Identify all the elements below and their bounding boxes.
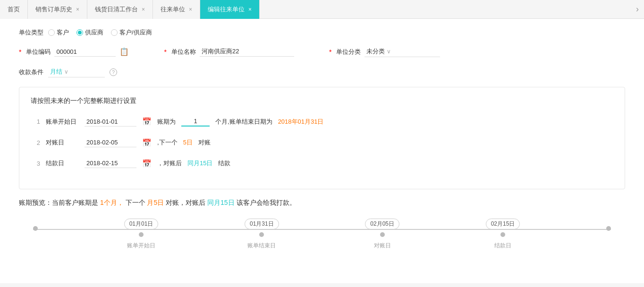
billing-start-date-input[interactable] bbox=[85, 117, 136, 127]
tab-edit-partner-label: 编辑往来单位 bbox=[208, 5, 245, 14]
unit-name-label: 单位名称 bbox=[171, 48, 196, 56]
radio-supplier[interactable]: 供应商 bbox=[76, 28, 103, 37]
tab-partner-units-label: 往来单位 bbox=[161, 5, 185, 14]
billing-end-date: 2018年01月31日 bbox=[278, 118, 324, 126]
tab-partner-units-close[interactable]: × bbox=[189, 6, 192, 13]
row-2-highlight: 5日 bbox=[183, 138, 193, 147]
unit-info-row: * 单位编码 📋 * 单位名称 * 单位分类 未分类 ∨ bbox=[19, 46, 625, 57]
unit-code-group: * 单位编码 📋 bbox=[19, 47, 129, 57]
timeline-node-4-dot bbox=[500, 232, 505, 237]
timeline-right-dot bbox=[606, 226, 611, 231]
period-months-input[interactable] bbox=[181, 117, 210, 127]
radio-both-label: 客户/供应商 bbox=[119, 28, 152, 37]
radio-both-circle bbox=[111, 29, 118, 36]
row-1-label: 账单开始日 bbox=[46, 118, 79, 126]
row-2-prefix: ,下一个 bbox=[157, 138, 178, 147]
row-3-label: 结款日 bbox=[46, 159, 79, 168]
unit-category-group: * 单位分类 未分类 ∨ bbox=[329, 46, 440, 57]
timeline-node-4-label: 结款日 bbox=[494, 242, 511, 250]
unit-category-arrow-icon: ∨ bbox=[387, 48, 391, 55]
unit-name-input[interactable] bbox=[200, 47, 294, 57]
unit-category-value: 未分类 bbox=[366, 47, 385, 56]
timeline-node-3: 02月05日 对账日 bbox=[365, 219, 399, 250]
timeline-node-3-label: 对账日 bbox=[374, 242, 391, 250]
reconciliation-cal-icon[interactable]: 📅 bbox=[142, 138, 152, 147]
unit-code-input[interactable] bbox=[54, 47, 116, 57]
timeline-node-4-badge: 02月15日 bbox=[486, 219, 520, 229]
timeline-node-3-badge: 02月05日 bbox=[365, 219, 399, 229]
payment-terms-help-icon[interactable]: ? bbox=[110, 68, 117, 76]
row-1-period-prefix: 账期为 bbox=[157, 118, 176, 126]
row-3-suffix: 结款 bbox=[218, 159, 230, 168]
row-2-label: 对账日 bbox=[46, 138, 79, 147]
timeline-node-2: 01月31日 账单结束日 bbox=[245, 219, 279, 250]
billing-row-1: 1 账单开始日 📅 账期为 个月,账单结束日期为 2018年01月31日 bbox=[31, 117, 613, 127]
timeline-node-1-dot bbox=[139, 232, 144, 237]
unit-code-required: * bbox=[19, 48, 21, 56]
tab-partner-units[interactable]: 往来单位 × bbox=[153, 0, 200, 19]
unit-code-label: 单位编码 bbox=[26, 48, 51, 56]
unit-category-required: * bbox=[329, 48, 331, 56]
radio-both[interactable]: 客户/供应商 bbox=[111, 28, 152, 37]
main-content: 单位类型 客户 供应商 客户/供应商 * 单位编码 📋 * 单位名称 bbox=[0, 19, 644, 283]
tab-cash-desk[interactable]: 钱货日清工作台 × bbox=[87, 0, 153, 19]
reconciliation-date-input[interactable] bbox=[85, 138, 136, 147]
unit-type-row: 单位类型 客户 供应商 客户/供应商 bbox=[19, 28, 625, 37]
unit-type-label: 单位类型 bbox=[19, 28, 43, 37]
unit-category-dropdown[interactable]: 未分类 ∨ bbox=[364, 46, 440, 57]
row-3-num: 3 bbox=[31, 160, 40, 167]
tab-cash-desk-label: 钱货日清工作台 bbox=[95, 5, 138, 14]
unit-name-required: * bbox=[164, 48, 166, 56]
timeline-node-2-dot bbox=[259, 232, 264, 237]
unit-category-label: 单位分类 bbox=[336, 48, 361, 56]
tab-home-label: 首页 bbox=[8, 5, 20, 14]
tab-edit-partner[interactable]: 编辑往来单位 × bbox=[200, 0, 260, 19]
billing-start-cal-icon[interactable]: 📅 bbox=[142, 117, 152, 126]
radio-customer-label: 客户 bbox=[57, 28, 69, 37]
payment-cal-icon[interactable]: 📅 bbox=[142, 159, 152, 168]
billing-row-2: 2 对账日 📅 ,下一个 5日 对账 bbox=[31, 138, 613, 147]
preview-part2-prefix: 下一个 bbox=[126, 199, 145, 206]
row-3-highlight: 同月15日 bbox=[187, 159, 212, 168]
tab-cash-desk-close[interactable]: × bbox=[142, 6, 145, 13]
section-title: 请按照未来的一个完整帐期进行设置 bbox=[31, 97, 613, 105]
row-2-num: 2 bbox=[31, 139, 40, 146]
billing-section: 请按照未来的一个完整帐期进行设置 1 账单开始日 📅 账期为 个月,账单结束日期… bbox=[19, 87, 625, 189]
payment-terms-dropdown[interactable]: 月结 ∨ bbox=[48, 67, 105, 77]
preview-text: 账期预览：当前客户账期是 1个月， 下一个 月5日 对账，对账后 同月15日 该… bbox=[19, 199, 625, 207]
payment-terms-value: 月结 bbox=[50, 68, 62, 76]
preview-part2-suffix: 对账，对账后 bbox=[166, 199, 205, 206]
preview-part1: 1个月， bbox=[100, 199, 124, 206]
timeline-node-1-label: 账单开始日 bbox=[127, 242, 155, 250]
radio-supplier-circle bbox=[76, 29, 83, 36]
billing-row-3: 3 结款日 📅 ，对账后 同月15日 结款 bbox=[31, 159, 613, 168]
radio-customer[interactable]: 客户 bbox=[48, 28, 69, 37]
tab-sales-history[interactable]: 销售订单历史 × bbox=[28, 0, 87, 19]
payment-terms-label: 收款条件 bbox=[19, 68, 43, 76]
timeline-node-2-badge: 01月31日 bbox=[245, 219, 279, 229]
preview-part2-highlight: 月5日 bbox=[147, 199, 164, 206]
timeline-left-dot bbox=[33, 226, 38, 231]
payment-terms-row: 收款条件 月结 ∨ ? bbox=[19, 67, 625, 77]
tab-bar: 首页 销售订单历史 × 钱货日清工作台 × 往来单位 × 编辑往来单位 × › bbox=[0, 0, 644, 19]
radio-group-unit-type: 客户 供应商 客户/供应商 bbox=[48, 28, 152, 37]
unit-code-copy-icon[interactable]: 📋 bbox=[119, 47, 129, 56]
row-3-prefix: ，对账后 bbox=[157, 159, 182, 168]
preview-prefix: 账期预览：当前客户账期是 bbox=[19, 199, 98, 206]
timeline-wrapper: 01月01日 账单开始日 01月31日 账单结束日 02月05日 对账日 bbox=[19, 219, 625, 254]
tab-edit-partner-close[interactable]: × bbox=[248, 6, 252, 13]
row-2-suffix: 对账 bbox=[198, 138, 211, 147]
timeline-node-1: 01月01日 账单开始日 bbox=[124, 219, 159, 250]
tab-expand-button[interactable]: › bbox=[635, 4, 644, 14]
tab-sales-history-label: 销售订单历史 bbox=[35, 5, 72, 14]
radio-supplier-label: 供应商 bbox=[85, 28, 103, 37]
tab-home[interactable]: 首页 bbox=[0, 0, 28, 19]
payment-terms-arrow-icon: ∨ bbox=[64, 68, 68, 75]
payment-date-input[interactable] bbox=[85, 159, 136, 168]
timeline-node-3-dot bbox=[380, 232, 385, 237]
timeline-node-2-label: 账单结束日 bbox=[247, 242, 276, 250]
timeline-node-1-badge: 01月01日 bbox=[124, 219, 159, 229]
tab-sales-history-close[interactable]: × bbox=[76, 6, 79, 13]
radio-customer-circle bbox=[48, 29, 55, 36]
timeline-node-4: 02月15日 结款日 bbox=[486, 219, 520, 250]
